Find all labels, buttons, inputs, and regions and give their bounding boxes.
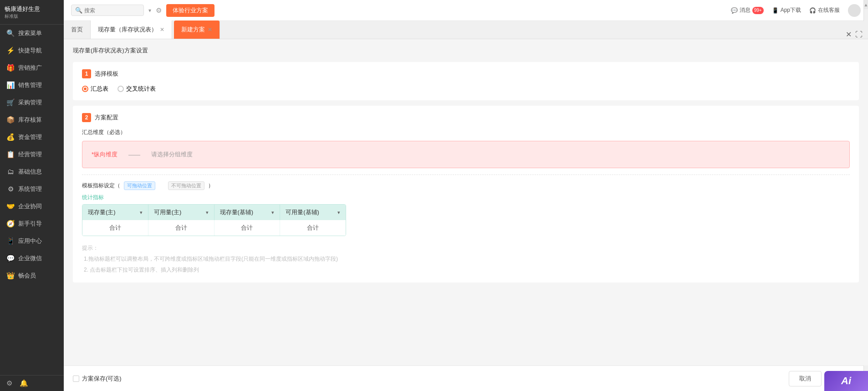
stat-col-header[interactable]: 可用量(主)▾ [148, 205, 214, 220]
sidebar-item-member[interactable]: 👑畅会员 [0, 267, 64, 284]
online-service-btn[interactable]: 🎧 在线客服 [809, 6, 840, 14]
draggable-tag: 可拖动位置 [124, 181, 155, 190]
tab-new-plan-close[interactable]: ✕ [208, 26, 212, 33]
expand-icon[interactable]: ⛶ [855, 31, 863, 39]
dimension-box[interactable]: *纵向维度 —— 请选择分组维度 [82, 141, 850, 168]
tab-inventory[interactable]: 现存量（库存状况表） ✕ [91, 21, 172, 39]
step2-badge: 2 [82, 113, 91, 122]
app-download-btn[interactable]: 📱 App下载 [772, 6, 801, 14]
trial-btn[interactable]: 体验行业方案 [166, 4, 214, 17]
sidebar-logo: 畅康通好生意 标准版 [0, 0, 64, 25]
bottom-bar: 方案保存(可选) 取消 查询 [64, 365, 868, 391]
sidebar-item-inventory[interactable]: 📦库存核算 [0, 111, 64, 129]
template-cross-option[interactable]: 交叉统计表 [117, 85, 156, 93]
sidebar-item-label: 应用中心 [18, 237, 42, 245]
tab-inventory-label: 现存量（库存状况表） [98, 26, 157, 34]
sidebar-item-finance[interactable]: 💰资金管理 [0, 129, 64, 146]
stat-col-cell: 合计 [82, 220, 148, 236]
app-download-label: App下载 [781, 6, 801, 14]
tab-inventory-close[interactable]: ✕ [160, 26, 164, 33]
scroll-up-btn[interactable]: ▲ [864, 0, 868, 9]
stat-col-header[interactable]: 可用量(基辅)▾ [280, 205, 346, 220]
message-btn[interactable]: 💬 消息 99+ [731, 6, 764, 14]
close-panel-icon[interactable]: ✕ [846, 30, 852, 39]
cooperation-icon: 🤝 [6, 202, 15, 211]
step1-label: 选择模板 [95, 70, 118, 78]
sidebar-item-search[interactable]: 🔍搜索菜单 [0, 25, 64, 42]
service-label: 在线客服 [818, 6, 840, 14]
sidebar-item-basic[interactable]: 🗂基础信息 [0, 163, 64, 180]
search-dropdown-icon[interactable]: ▾ [148, 7, 151, 14]
sidebar-item-label: 营销推广 [18, 64, 42, 72]
sidebar-item-label: 畅会员 [18, 272, 36, 280]
sidebar-item-cooperation[interactable]: 🤝企业协同 [0, 198, 64, 215]
sidebar-item-guide[interactable]: 🧭新手引导 [0, 215, 64, 232]
indicator-section: 模板指标设定（ 可拖动位置 不可拖动位置 ） 统计指标 现存量(主)▾可用量(主… [82, 181, 850, 236]
topbar-search-box[interactable]: 🔍 [71, 5, 144, 16]
dim-placeholder: 请选择分组维度 [151, 150, 193, 159]
topbar: 🔍 ▾ ⚙ 体验行业方案 💬 消息 99+ 📱 App下载 🎧 在线客服 [64, 0, 868, 21]
sidebar-item-wechat[interactable]: 💬企业微信 [0, 250, 64, 267]
member-icon: 👑 [6, 272, 15, 280]
save-checkbox[interactable]: 方案保存(可选) [73, 375, 122, 383]
search-icon: 🔍 [75, 7, 82, 14]
stat-col-cell: 合计 [214, 220, 281, 236]
tab-new-plan-label: 新建方案 [181, 26, 205, 34]
stat-col-cell: 合计 [280, 220, 346, 236]
indicator-title-close [159, 182, 164, 190]
sidebar-item-marketing[interactable]: 🎁营销推广 [0, 59, 64, 77]
sidebar-item-label: 采购管理 [18, 98, 42, 107]
tab-new-plan[interactable]: 新建方案 ✕ [174, 21, 220, 39]
marketing-icon: 🎁 [6, 64, 15, 72]
message-icon: 💬 [731, 7, 738, 14]
cancel-button[interactable]: 取消 [789, 371, 822, 386]
col-dropdown-icon[interactable]: ▾ [271, 210, 274, 216]
sidebar-item-quick-nav[interactable]: ⚡快捷导航 [0, 42, 64, 59]
avatar[interactable] [848, 4, 861, 17]
template-summary-option[interactable]: 汇总表 [82, 85, 108, 93]
sidebar-menu: 🔍搜索菜单⚡快捷导航🎁营销推广📊销售管理🛒采购管理📦库存核算💰资金管理📋经营管理… [0, 25, 64, 375]
ai-badge[interactable]: Ai [824, 371, 868, 391]
sidebar-item-label: 库存核算 [18, 116, 42, 124]
wechat-icon: 💬 [6, 254, 15, 262]
stat-col-header[interactable]: 现存量(主)▾ [82, 205, 148, 220]
col-dropdown-icon[interactable]: ▾ [206, 210, 209, 216]
quick-nav-icon: ⚡ [6, 46, 15, 55]
message-badge: 99+ [752, 7, 764, 14]
search-input[interactable] [84, 7, 140, 14]
app-icon: 📱 [772, 7, 779, 14]
dimension-title: 汇总维度（必选） [82, 129, 850, 136]
sidebar-item-apps[interactable]: 📱应用中心 [0, 232, 64, 250]
main-area: 🔍 ▾ ⚙ 体验行业方案 💬 消息 99+ 📱 App下载 🎧 在线客服 [64, 0, 868, 391]
page-title: 现存量(库存状况表)方案设置 [73, 46, 859, 55]
stat-col-header[interactable]: 现存量(基辅)▾ [214, 205, 281, 220]
tab-home[interactable]: 首页 [64, 21, 91, 39]
stat-table-header: 现存量(主)▾可用量(主)▾现存量(基辅)▾可用量(基辅)▾ [82, 205, 346, 220]
sidebar-item-operation[interactable]: 📋经营管理 [0, 146, 64, 163]
step2-card: 2 方案配置 汇总维度（必选） *纵向维度 —— 请选择分组维度 模板指标设定（… [73, 106, 859, 283]
non-draggable-tag: 不可拖动位置 [168, 181, 204, 190]
sound-icon[interactable]: 🔔 [20, 379, 28, 387]
sidebar-item-purchase[interactable]: 🛒采购管理 [0, 94, 64, 111]
content-area: 现存量(库存状况表)方案设置 1 选择模板 汇总表 交叉统计表 2 [64, 39, 868, 365]
template-summary-radio[interactable] [82, 86, 88, 92]
stat-table-body: 合计合计合计合计 [82, 220, 346, 236]
sidebar-item-system[interactable]: ⚙系统管理 [0, 180, 64, 198]
save-checkbox-box[interactable] [73, 376, 79, 382]
purchase-icon: 🛒 [6, 98, 15, 107]
tabbar-right-icons: ✕ ⛶ [846, 30, 868, 39]
col-dropdown-icon[interactable]: ▾ [337, 210, 340, 216]
ai-badge-label: Ai [841, 375, 851, 387]
sidebar-item-sales[interactable]: 📊销售管理 [0, 77, 64, 94]
topbar-right: 💬 消息 99+ 📱 App下载 🎧 在线客服 [731, 4, 861, 17]
guide-icon: 🧭 [6, 220, 15, 228]
gear-icon[interactable]: ⚙ [156, 6, 162, 15]
sidebar: 畅康通好生意 标准版 🔍搜索菜单⚡快捷导航🎁营销推广📊销售管理🛒采购管理📦库存核… [0, 0, 64, 391]
col-name: 现存量(主) [88, 208, 116, 216]
stat-table: 现存量(主)▾可用量(主)▾现存量(基辅)▾可用量(基辅)▾ 合计合计合计合计 [82, 204, 346, 236]
col-name: 现存量(基辅) [220, 208, 254, 216]
basic-icon: 🗂 [6, 168, 15, 176]
template-cross-radio[interactable] [117, 86, 124, 92]
col-dropdown-icon[interactable]: ▾ [140, 210, 143, 216]
settings-icon[interactable]: ⚙ [6, 379, 12, 387]
